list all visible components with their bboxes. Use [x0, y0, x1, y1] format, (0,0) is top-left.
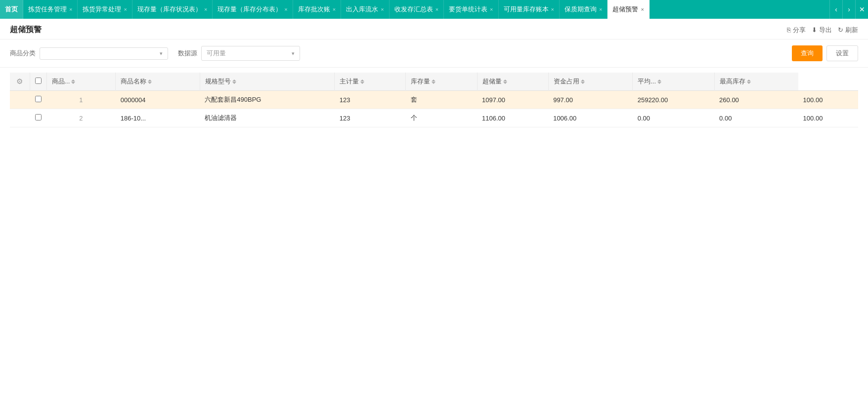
cell-checkbox: [30, 109, 46, 127]
refresh-icon: ↻: [838, 26, 843, 34]
export-label: 导出: [819, 26, 832, 35]
nav-inout-flow-label: 出入库流水: [346, 5, 378, 14]
nav-shelf-life[interactable]: 保质期查询 ×: [560, 0, 608, 19]
cell-rownum: 2: [46, 109, 116, 127]
nav-home-label: 首页: [5, 5, 18, 14]
sort-max-stock-icon: [747, 79, 751, 84]
nav-right-arrow[interactable]: ›: [842, 0, 855, 19]
nav-receive-summary[interactable]: 收发存汇总表 ×: [390, 0, 444, 19]
refresh-action[interactable]: ↻ 刷新: [838, 26, 858, 35]
nav-pick-task[interactable]: 拣货任务管理 ×: [23, 0, 78, 19]
nav-arrows: ‹ › ✕: [829, 0, 868, 19]
cell-overstock: 997.00: [548, 91, 633, 109]
header-actions: ⎘ 分享 ⬇ 导出 ↻ 刷新: [787, 26, 858, 35]
category-select[interactable]: ▾: [40, 47, 168, 60]
category-filter-group: 商品分类 ▾: [10, 47, 168, 60]
col-product-name[interactable]: 商品名称: [116, 73, 200, 91]
data-table: ⚙ 商品... 商品名称: [10, 73, 858, 127]
nav-shelf-life-close[interactable]: ×: [599, 6, 602, 12]
nav-pick-task-close[interactable]: ×: [69, 6, 72, 12]
col-select-all: [30, 73, 46, 91]
col-max-stock[interactable]: 最高库存: [714, 73, 798, 91]
datasource-value: 可用量: [207, 49, 226, 58]
cell-stock: 1097.00: [477, 91, 548, 109]
top-nav: 首页 拣货任务管理 × 拣货异常处理 × 现存量（库存状况表） × 现存量（库存…: [0, 0, 868, 19]
row-checkbox[interactable]: [35, 96, 42, 102]
cell-unit: 套: [406, 91, 477, 109]
row-checkbox[interactable]: [35, 114, 42, 120]
cell-avg: 0.00: [714, 109, 798, 127]
datasource-label: 数据源: [178, 49, 197, 58]
nav-home[interactable]: 首页: [0, 0, 23, 19]
sort-product-name-icon: [148, 79, 152, 84]
nav-expand-btn[interactable]: ✕: [855, 0, 868, 19]
settings-button[interactable]: 设置: [826, 45, 858, 61]
nav-inventory-status[interactable]: 现存量（库存状况表） ×: [132, 0, 213, 19]
col-avg[interactable]: 平均...: [633, 73, 714, 91]
page-title: 超储预警: [10, 25, 42, 35]
col-spec[interactable]: 规格型号: [200, 73, 334, 91]
cell-unit: 个: [406, 109, 477, 127]
nav-batch-account-close[interactable]: ×: [333, 6, 336, 12]
nav-pick-task-label: 拣货任务管理: [28, 5, 67, 14]
nav-inout-flow[interactable]: 出入库流水 ×: [341, 0, 389, 19]
col-product-code[interactable]: 商品...: [46, 73, 116, 91]
filter-buttons: 查询 设置: [792, 45, 858, 61]
nav-pick-exception-label: 拣货异常处理: [83, 5, 121, 14]
share-action[interactable]: ⎘ 分享: [787, 26, 806, 35]
page-container: 超储预警 ⎘ 分享 ⬇ 导出 ↻ 刷新 商品分类 ▾ 数据源: [0, 19, 868, 395]
nav-overstock-warn[interactable]: 超储预警 ×: [608, 0, 649, 19]
nav-available-ledger[interactable]: 可用量库存账本 ×: [499, 0, 560, 19]
nav-inventory-status-close[interactable]: ×: [204, 6, 207, 12]
export-icon: ⬇: [812, 26, 817, 34]
col-overstock[interactable]: 超储量: [477, 73, 548, 91]
nav-available-ledger-close[interactable]: ×: [551, 6, 554, 12]
filter-row: 商品分类 ▾ 数据源 可用量 ▾ 查询 设置: [0, 40, 868, 68]
sort-overstock-icon: [503, 79, 507, 84]
cell-spec: 123: [335, 109, 406, 127]
cell-stock: 1106.00: [477, 109, 548, 127]
cell-product-name: 六配套新昌490BPG: [200, 91, 334, 109]
nav-shelf-life-label: 保质期查询: [564, 5, 597, 14]
col-stock[interactable]: 库存量: [406, 73, 477, 91]
nav-inventory-dist-label: 现存量（库存分布表）: [217, 5, 282, 14]
nav-order-stat-close[interactable]: ×: [490, 6, 493, 12]
col-unit[interactable]: 主计量: [335, 73, 406, 91]
export-action[interactable]: ⬇ 导出: [812, 26, 832, 35]
select-all-checkbox[interactable]: [35, 78, 42, 84]
cell-checkbox: [30, 91, 46, 109]
nav-inout-flow-close[interactable]: ×: [381, 6, 384, 12]
table-row[interactable]: 2 186-10... 机油滤清器 123 个 1106.00 1006.00 …: [10, 109, 858, 127]
sort-stock-icon: [432, 79, 435, 84]
cell-max-stock: 100.00: [798, 109, 858, 127]
nav-receive-summary-close[interactable]: ×: [435, 6, 438, 12]
sort-unit-icon: [360, 79, 364, 84]
gear-icon[interactable]: ⚙: [16, 77, 23, 85]
cell-gear: [10, 109, 30, 127]
nav-pick-exception-close[interactable]: ×: [124, 6, 127, 12]
col-capital[interactable]: 资金占用: [548, 73, 633, 91]
nav-left-arrow[interactable]: ‹: [829, 0, 842, 19]
nav-order-stat[interactable]: 要货单统计表 ×: [444, 0, 498, 19]
nav-pick-exception[interactable]: 拣货异常处理 ×: [78, 0, 132, 19]
query-button[interactable]: 查询: [792, 45, 823, 61]
table-body: 1 0000004 六配套新昌490BPG 123 套 1097.00 997.…: [10, 91, 858, 127]
cell-max-stock: 100.00: [798, 91, 858, 109]
nav-order-stat-label: 要货单统计表: [449, 5, 487, 14]
cell-product-name: 机油滤清器: [200, 109, 334, 127]
nav-inventory-dist-close[interactable]: ×: [284, 6, 287, 12]
nav-batch-account[interactable]: 库存批次账 ×: [293, 0, 341, 19]
cell-gear: [10, 91, 30, 109]
table-row[interactable]: 1 0000004 六配套新昌490BPG 123 套 1097.00 997.…: [10, 91, 858, 109]
nav-available-ledger-label: 可用量库存账本: [504, 5, 549, 14]
sort-avg-icon: [657, 79, 661, 84]
col-gear: ⚙: [10, 73, 30, 91]
cell-capital: 259220.00: [633, 91, 714, 109]
nav-inventory-dist[interactable]: 现存量（库存分布表） ×: [213, 0, 293, 19]
cell-capital: 0.00: [633, 109, 714, 127]
table-container: ⚙ 商品... 商品名称: [0, 73, 868, 127]
nav-overstock-warn-label: 超储预警: [612, 5, 638, 14]
datasource-select[interactable]: 可用量 ▾: [201, 46, 300, 61]
nav-overstock-warn-close[interactable]: ×: [641, 6, 644, 12]
datasource-filter-group: 数据源 可用量 ▾: [178, 46, 300, 61]
